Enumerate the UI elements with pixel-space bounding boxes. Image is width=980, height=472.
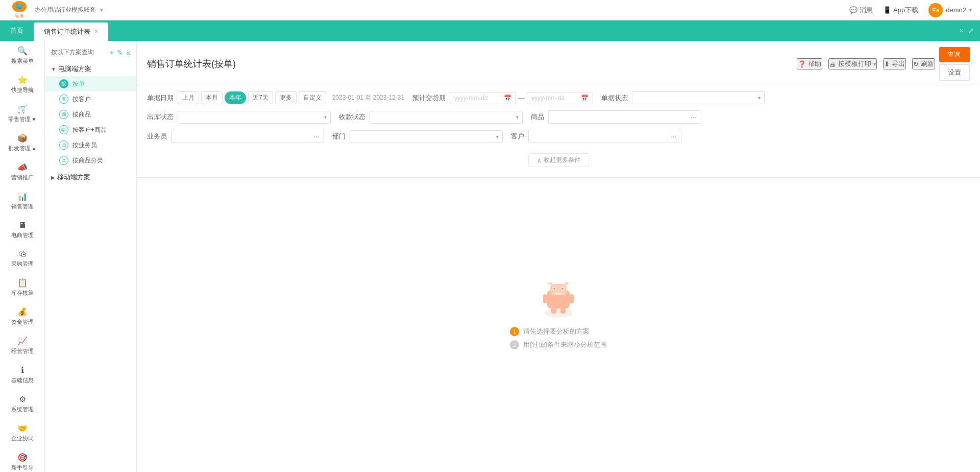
scheme-item-by-category[interactable]: 类 按商品分类 — [45, 153, 136, 168]
goods-input[interactable]: ··· — [548, 110, 701, 124]
status-select[interactable] — [632, 91, 765, 104]
svg-rect-8 — [543, 294, 547, 303]
help-label: 帮助 — [808, 59, 821, 68]
scheme-section-desktop-header[interactable]: ▼ 电脑端方案 — [45, 62, 136, 76]
date-btn-last-month[interactable]: 上月 — [178, 91, 199, 104]
department-select[interactable] — [350, 130, 503, 143]
sidebar-item-guide[interactable]: 🎯 新手引导 — [0, 447, 44, 472]
edit-scheme-button[interactable]: ✎ — [117, 49, 123, 57]
collapse-panel-button[interactable]: « — [126, 49, 130, 57]
sidebar-item-retail[interactable]: 🛒 零售管理 ▼ — [0, 99, 44, 128]
tab-sales-order[interactable]: 销售订单统计表 × — [34, 22, 108, 41]
out-status-select-wrapper: ▾ — [178, 111, 331, 124]
print-dropdown-arrow[interactable]: ▾ — [873, 61, 876, 67]
retail-arrow-icon: ▼ — [32, 116, 37, 122]
payment-status-label: 收款状态 — [339, 112, 365, 122]
date-btn-custom[interactable]: 自定义 — [299, 91, 326, 104]
app-download-button[interactable]: 📱 App下载 — [883, 6, 918, 15]
tab-bar: 首页 销售订单统计表 × × ⤢ — [0, 20, 980, 41]
sidebar-finance-label: 资金管理 — [11, 318, 34, 326]
scheme-item-by-order[interactable]: 按 按单 — [45, 76, 136, 91]
sidebar-item-system[interactable]: ⚙ 系统管理 — [0, 389, 44, 418]
sidebar-item-inventory[interactable]: 📋 库存核算 — [0, 273, 44, 302]
expected-date-end-input[interactable]: yyyy-mm-dd 📅 — [527, 92, 593, 104]
date-btn-more[interactable]: 更多 — [275, 91, 297, 104]
search-icon: 🔍 — [17, 46, 28, 56]
collapse-row: ∧ 收起更多条件 — [147, 149, 970, 171]
expected-date-start-input[interactable]: yyyy-mm-dd 📅 — [450, 92, 516, 104]
empty-state-illustration — [533, 270, 584, 321]
scheme-section-mobile-header[interactable]: ▶ 移动端方案 — [45, 170, 136, 184]
scheme-item-by-customer-label: 按客户 — [72, 95, 91, 104]
date-btn-this-month[interactable]: 本月 — [201, 91, 223, 104]
user-menu[interactable]: Ea demo2 ▾ — [928, 3, 972, 17]
filter-group-out-status: 出库状态 ▾ — [147, 111, 331, 124]
sidebar-item-quick-nav[interactable]: ⭐ 快捷导航 — [0, 70, 44, 99]
help-button[interactable]: ❓ 帮助 — [797, 58, 822, 69]
sidebar-item-operations[interactable]: 📈 经营管理 — [0, 331, 44, 360]
sidebar-item-sales[interactable]: 📊 销售管理 — [0, 186, 44, 216]
quick-nav-icon: ⭐ — [17, 75, 28, 85]
filter-group-customer: 客户 ··· — [511, 130, 681, 143]
status-select-wrapper: ▾ — [632, 91, 765, 104]
home-tab-label: 首页 — [10, 26, 23, 35]
print-icon: 🖨 — [829, 60, 836, 68]
add-scheme-button[interactable]: + — [110, 49, 114, 57]
customer-input[interactable]: ··· — [528, 130, 681, 143]
print-button[interactable]: 🖨 按模板打印 ▾ — [828, 58, 877, 69]
sidebar-quicknav-label: 快捷导航 — [11, 86, 34, 94]
tab-home[interactable]: 首页 — [0, 20, 34, 41]
scheme-item-by-staff-label: 按业务员 — [72, 141, 97, 150]
date-btn-this-year[interactable]: 本年 — [225, 91, 246, 104]
sidebar-item-finance[interactable]: 💰 资金管理 — [0, 302, 44, 331]
scheme-item-by-customer-goods[interactable]: 客+ 按客户+商品 — [45, 122, 136, 137]
header-right-actions: ❓ 帮助 🖨 按模板打印 ▾ ⬇ 导出 ↻ — [797, 47, 970, 81]
sidebar-basic-info-label: 基础信息 — [11, 376, 34, 384]
scheme-item-by-customer-icon: 客 — [59, 95, 68, 104]
tab-close-icon[interactable]: × — [94, 28, 98, 35]
calendar-start-icon[interactable]: 📅 — [504, 95, 511, 102]
out-status-select[interactable] — [178, 111, 331, 124]
sidebar-item-basic-info[interactable]: ℹ 基础信息 — [0, 360, 44, 389]
date-range-text: 2023-01-01 至 2023-12-31 — [332, 93, 404, 102]
tab-close-all-icon[interactable]: × — [960, 27, 964, 35]
enterprise-icon: 🤝 — [17, 423, 28, 433]
staff-more-icon[interactable]: ··· — [313, 132, 320, 140]
customer-label: 客户 — [511, 132, 524, 141]
filter-group-staff: 业务员 ··· — [147, 130, 324, 143]
sidebar-item-marketing[interactable]: 📣 营销推广 — [0, 157, 44, 186]
scheme-item-by-customer[interactable]: 客 按客户 — [45, 91, 136, 107]
scheme-item-by-order-icon: 按 — [59, 79, 68, 88]
refresh-label: 刷新 — [921, 59, 934, 68]
date-btn-last-7-days[interactable]: 近7天 — [248, 91, 273, 104]
desktop-section-arrow-icon: ▼ — [51, 66, 56, 72]
empty-tip-1: 1 请先选择要分析的方案 — [510, 327, 606, 336]
marketing-icon: 📣 — [17, 162, 28, 172]
sidebar-item-wholesale[interactable]: 📦 批发管理 ▲ — [0, 128, 44, 157]
refresh-button[interactable]: ↻ 刷新 — [912, 58, 935, 69]
left-panel-icons: + ✎ « — [110, 49, 130, 57]
department-label: 部门 — [332, 132, 346, 141]
ecommerce-icon: 🖥 — [18, 221, 27, 230]
sidebar-item-enterprise[interactable]: 🤝 企业协同 — [0, 418, 44, 447]
customer-more-icon[interactable]: ··· — [671, 132, 677, 140]
payment-status-select[interactable] — [370, 111, 523, 124]
sidebar-item-search[interactable]: 🔍 搜索菜单 — [0, 41, 44, 70]
goods-more-icon[interactable]: ··· — [691, 113, 697, 121]
sidebar-item-ecommerce[interactable]: 🖥 电商管理 — [0, 216, 44, 244]
filter-row-3: 业务员 ··· 部门 ▾ — [147, 130, 970, 143]
scheme-item-by-goods-icon: 商 — [59, 110, 68, 119]
message-button[interactable]: 💬 消息 — [849, 6, 873, 15]
sidebar-item-purchase[interactable]: 🛍 采购管理 — [0, 244, 44, 273]
tab-maximize-icon[interactable]: ⤢ — [968, 27, 974, 35]
query-button[interactable]: 查询 — [939, 47, 970, 62]
export-button[interactable]: ⬇ 导出 — [883, 58, 906, 69]
collapse-button[interactable]: ∧ 收起更多条件 — [528, 153, 589, 167]
app-name: 办公用品行业模拟账套 — [35, 6, 96, 14]
calendar-end-icon[interactable]: 📅 — [581, 95, 589, 102]
settings-button[interactable]: 设置 — [939, 64, 970, 81]
staff-input[interactable]: ··· — [171, 130, 324, 143]
app-dropdown-arrow[interactable]: ▾ — [100, 7, 103, 13]
scheme-item-by-goods[interactable]: 商 按商品 — [45, 107, 136, 122]
scheme-item-by-staff[interactable]: 员 按业务员 — [45, 137, 136, 153]
